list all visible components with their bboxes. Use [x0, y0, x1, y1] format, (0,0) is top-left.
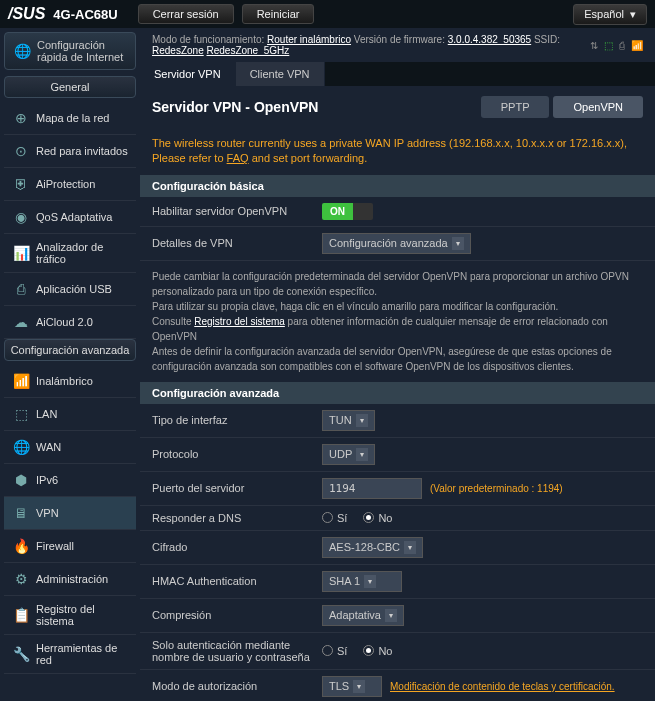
- quick-internet-setup[interactable]: 🌐 Configuración rápida de Internet: [4, 32, 136, 70]
- language-dropdown[interactable]: Español▾: [573, 4, 647, 25]
- subtab-pptp[interactable]: PPTP: [481, 96, 550, 118]
- link-icon[interactable]: ⇅: [590, 40, 598, 51]
- nav-firewall[interactable]: 🔥Firewall: [4, 530, 136, 563]
- log-icon: 📋: [12, 606, 30, 624]
- auth-mode-select[interactable]: TLS▾: [322, 676, 382, 697]
- nav-administration[interactable]: ⚙Administración: [4, 563, 136, 596]
- enable-openvpn-label: Habilitar servidor OpenVPN: [152, 205, 322, 217]
- vpn-details-select[interactable]: Configuración avanzada▾: [322, 233, 471, 254]
- nav-usb-app[interactable]: ⎙Aplicación USB: [4, 273, 136, 306]
- interface-type-select[interactable]: TUN▾: [322, 410, 375, 431]
- wifi-icon: 📶: [12, 372, 30, 390]
- authonly-yes-radio[interactable]: Sí: [322, 645, 347, 657]
- protocol-select[interactable]: UDP▾: [322, 444, 375, 465]
- dropdown-icon: ▾: [452, 237, 464, 250]
- tools-icon: 🔧: [12, 645, 30, 663]
- server-port-input[interactable]: [322, 478, 422, 499]
- status-icons: ⇅ ⬚ ⎙ 📶: [590, 34, 643, 56]
- nav-traffic-analyzer[interactable]: 📊Analizador de tráfico: [4, 234, 136, 273]
- chart-icon: 📊: [12, 244, 30, 262]
- wifi-status-icon[interactable]: ⬚: [604, 40, 613, 51]
- authonly-no-radio[interactable]: No: [363, 645, 392, 657]
- respond-dns-label: Responder a DNS: [152, 512, 322, 524]
- nav-qos[interactable]: ◉QoS Adaptativa: [4, 201, 136, 234]
- gear-icon: ⚙: [12, 570, 30, 588]
- dns-no-radio[interactable]: No: [363, 512, 392, 524]
- reboot-button[interactable]: Reiniciar: [242, 4, 315, 24]
- hmac-auth-select[interactable]: SHA 1▾: [322, 571, 402, 592]
- lan-icon: ⬚: [12, 405, 30, 423]
- server-port-label: Puerto del servidor: [152, 482, 322, 494]
- fw-label: Versión de firmware:: [354, 34, 445, 45]
- ssid2-link[interactable]: RedesZone_5GHz: [206, 45, 289, 56]
- nav-ipv6[interactable]: ⬢IPv6: [4, 464, 136, 497]
- signal-icon[interactable]: 📶: [631, 40, 643, 51]
- ssid-label: SSID:: [534, 34, 560, 45]
- advanced-header: Configuración avanzada: [4, 339, 136, 361]
- username-only-auth-label: Solo autenticación mediante nombre de us…: [152, 639, 322, 663]
- enable-openvpn-toggle[interactable]: ON: [322, 203, 373, 220]
- general-header: General: [4, 76, 136, 98]
- brand-logo: /SUS: [8, 5, 45, 23]
- dns-yes-radio[interactable]: Sí: [322, 512, 347, 524]
- subtab-openvpn[interactable]: OpenVPN: [553, 96, 643, 118]
- vpn-details-label: Detalles de VPN: [152, 237, 322, 249]
- nav-aiprotection[interactable]: ⛨AiProtection: [4, 168, 136, 201]
- model-name: 4G-AC68U: [53, 7, 117, 22]
- gauge-icon: ◉: [12, 208, 30, 226]
- vpn-icon: 🖥: [12, 504, 30, 522]
- quick-label: Configuración rápida de Internet: [37, 39, 127, 63]
- nav-system-log[interactable]: 📋Registro del sistema: [4, 596, 136, 635]
- keys-cert-link[interactable]: Modificación de contenido de teclas y ce…: [390, 681, 615, 692]
- usb-status-icon[interactable]: ⎙: [619, 40, 625, 51]
- port-hint: (Valor predeterminado : 1194): [430, 483, 563, 494]
- fw-link[interactable]: 3.0.0.4.382_50365: [448, 34, 531, 45]
- ssid1-link[interactable]: RedesZone: [152, 45, 204, 56]
- interface-type-label: Tipo de interfaz: [152, 414, 322, 426]
- shield-icon: ⛨: [12, 175, 30, 193]
- compression-label: Compresión: [152, 609, 322, 621]
- cipher-select[interactable]: AES-128-CBC▾: [322, 537, 423, 558]
- chevron-down-icon: ▾: [630, 8, 636, 21]
- warning-banner: The wireless router currently uses a pri…: [140, 128, 655, 175]
- nav-wireless[interactable]: 📶Inalámbrico: [4, 365, 136, 398]
- nav-wan[interactable]: 🌐WAN: [4, 431, 136, 464]
- nav-vpn[interactable]: 🖥VPN: [4, 497, 136, 530]
- logout-button[interactable]: Cerrar sesión: [138, 4, 234, 24]
- page-title: Servidor VPN - OpenVPN: [152, 99, 318, 115]
- cloud-icon: ☁: [12, 313, 30, 331]
- nav-network-tools[interactable]: 🔧Herramientas de red: [4, 635, 136, 674]
- auth-mode-label: Modo de autorización: [152, 680, 322, 692]
- wan-icon: 🌐: [12, 438, 30, 456]
- protocol-label: Protocolo: [152, 448, 322, 460]
- compression-select[interactable]: Adaptativa▾: [322, 605, 404, 626]
- globe-icon: 🌐: [13, 42, 31, 60]
- guest-icon: ⊙: [12, 142, 30, 160]
- firewall-icon: 🔥: [12, 537, 30, 555]
- hmac-auth-label: HMAC Authentication: [152, 575, 322, 587]
- nav-lan[interactable]: ⬚LAN: [4, 398, 136, 431]
- mode-link[interactable]: Router inalámbrico: [267, 34, 351, 45]
- syslog-link[interactable]: Registro del sistema: [194, 316, 285, 327]
- tab-vpn-server[interactable]: Servidor VPN: [140, 62, 236, 86]
- mode-label: Modo de funcionamiento:: [152, 34, 264, 45]
- map-icon: ⊕: [12, 109, 30, 127]
- ipv6-icon: ⬢: [12, 471, 30, 489]
- nav-aicloud[interactable]: ☁AiCloud 2.0: [4, 306, 136, 339]
- info-text: Puede cambiar la configuración predeterm…: [140, 261, 655, 382]
- faq-link[interactable]: FAQ: [227, 152, 249, 164]
- usb-icon: ⎙: [12, 280, 30, 298]
- nav-network-map[interactable]: ⊕Mapa de la red: [4, 102, 136, 135]
- advanced-section-header: Configuración avanzada: [140, 382, 655, 404]
- cipher-label: Cifrado: [152, 541, 322, 553]
- nav-guest-network[interactable]: ⊙Red para invitados: [4, 135, 136, 168]
- basic-section-header: Configuración básica: [140, 175, 655, 197]
- tab-vpn-client[interactable]: Cliente VPN: [236, 62, 325, 86]
